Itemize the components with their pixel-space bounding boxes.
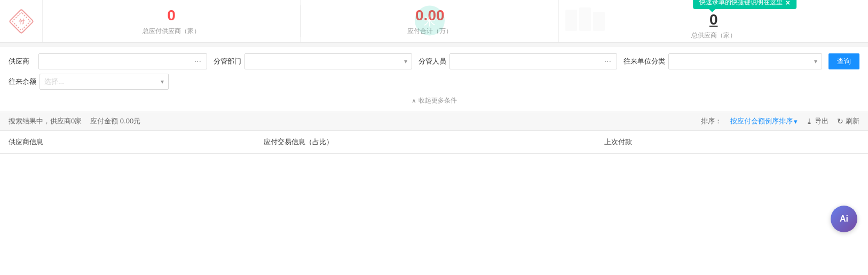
tooltip-text: 快速录单的快捷键说明在这里 [699, 0, 783, 7]
stat-payable-total-label: 应付合计（万） [407, 27, 452, 36]
person-dots-btn[interactable]: ··· [603, 57, 612, 66]
filter-department: 分管部门 ▾ [214, 53, 412, 69]
sort-text: 按应付会额倒序排序 [730, 116, 793, 126]
collapse-label: 收起更多条件 [419, 96, 457, 105]
results-count: 搜索结果中，供应商0家 [9, 116, 82, 126]
collapse-row: ∧ 收起更多条件 [9, 94, 859, 107]
svg-rect-5 [565, 10, 577, 31]
collapse-arrow-icon: ∧ [412, 97, 416, 105]
sort-value-btn[interactable]: 按应付会额倒序排序 ▾ [730, 116, 798, 126]
export-icon: ⤓ [806, 117, 812, 125]
supplier-input[interactable] [43, 58, 191, 66]
stats-bar: 付 0 总应付供应商（家） 米 0.00 应付合计（万） [0, 0, 868, 43]
unit-class-dropdown-icon[interactable]: ▾ [814, 58, 817, 65]
refresh-label: 刷新 [846, 116, 859, 126]
results-amount: 应付金额 0.00元 [90, 116, 140, 126]
person-input[interactable] [454, 58, 601, 66]
sort-dropdown-icon: ▾ [794, 117, 798, 125]
department-dropdown-icon[interactable]: ▾ [404, 58, 407, 65]
collapse-button[interactable]: ∧ 收起更多条件 [405, 94, 463, 107]
export-label: 导出 [815, 116, 828, 126]
stat-payable-suppliers-value: 0 [167, 6, 176, 25]
unit-class-label: 往来单位分类 [624, 57, 665, 66]
logo-area: 付 [0, 0, 43, 42]
export-button[interactable]: ⤓ 导出 [806, 116, 828, 126]
filter-unit-class: 往来单位分类 ▾ [624, 53, 822, 69]
table-header-col2: 应付交易信息（占比） [264, 137, 604, 147]
unit-class-select[interactable]: ▾ [668, 53, 822, 69]
results-actions: 排序： 按应付会额倒序排序 ▾ ⤓ 导出 ↻ 刷新 [701, 116, 859, 126]
department-label: 分管部门 [214, 57, 241, 66]
tooltip-wrapper: 快速录单的快捷键说明在这里 × [696, 2, 731, 6]
stat-total-suppliers-value: 0 [709, 11, 718, 29]
diamond-icon: 付 [9, 9, 34, 34]
supplier-input-wrapper[interactable]: ··· [38, 53, 207, 69]
sort-label: 排序： [701, 116, 722, 126]
stat-total-suppliers: 快速录单的快捷键说明在这里 × 0 总供应商（家） [559, 0, 868, 42]
svg-text:付: 付 [18, 18, 25, 25]
results-summary: 搜索结果中，供应商0家 应付金额 0.00元 [9, 116, 140, 126]
ai-badge-button[interactable]: Ai [831, 206, 857, 232]
svg-rect-7 [593, 12, 605, 31]
table-header: 供应商信息 应付交易信息（占比） 上次付款 [0, 131, 868, 154]
tooltip-bubble: 快速录单的快捷键说明在这里 × [693, 0, 796, 9]
balance-select[interactable]: 选择... ▾ [40, 74, 169, 90]
filter-row-1: 供应商 ··· 分管部门 ▾ 分管人员 ··· 往来单位分类 [9, 53, 859, 69]
svg-rect-6 [579, 7, 591, 31]
balance-label: 往来余额 [9, 77, 36, 87]
table-header-col3: 上次付款 [604, 137, 859, 147]
balance-dropdown-icon[interactable]: ▾ [161, 78, 164, 85]
table-body [0, 154, 868, 275]
filter-person: 分管人员 ··· [419, 53, 617, 69]
filter-balance: 往来余额 选择... ▾ [9, 74, 169, 90]
stat-payable-suppliers-label: 总应付供应商（家） [143, 27, 200, 36]
query-button[interactable]: 查询 [828, 53, 859, 69]
person-input-wrapper[interactable]: ··· [449, 53, 617, 69]
table-header-col1: 供应商信息 [9, 137, 264, 147]
ai-badge-label: Ai [840, 214, 848, 224]
stat-payable-total-value: 0.00 [415, 6, 445, 25]
bg-supplier-icons [564, 4, 607, 38]
balance-placeholder: 选择... [44, 77, 64, 87]
filter-row-2: 往来余额 选择... ▾ [9, 74, 169, 90]
stat-total-suppliers-label: 总供应商（家） [691, 31, 736, 40]
person-label: 分管人员 [419, 57, 446, 66]
filter-supplier: 供应商 ··· [9, 53, 207, 69]
refresh-button[interactable]: ↻ 刷新 [837, 116, 859, 126]
stat-payable-total: 米 0.00 应付合计（万） [301, 0, 559, 42]
supplier-label: 供应商 [9, 57, 35, 66]
refresh-icon: ↻ [837, 117, 843, 125]
tooltip-close-btn[interactable]: × [786, 0, 790, 7]
results-bar: 搜索结果中，供应商0家 应付金额 0.00元 排序： 按应付会额倒序排序 ▾ ⤓… [0, 112, 868, 131]
stat-total-payable-suppliers: 0 总应付供应商（家） [43, 0, 301, 42]
department-select[interactable]: ▾ [244, 53, 412, 69]
supplier-dots-btn[interactable]: ··· [193, 57, 202, 66]
table-area: 供应商信息 应付交易信息（占比） 上次付款 [0, 131, 868, 275]
filter-area: 供应商 ··· 分管部门 ▾ 分管人员 ··· 往来单位分类 [0, 47, 868, 112]
